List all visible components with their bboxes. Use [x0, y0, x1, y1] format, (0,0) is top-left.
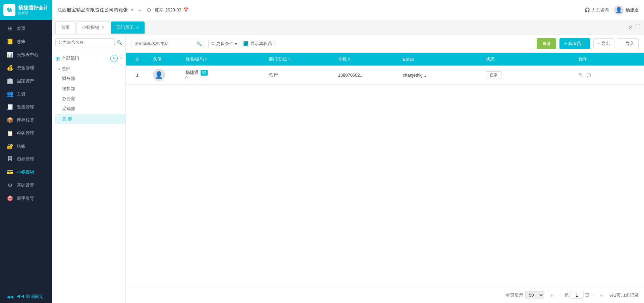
edit-employee-button[interactable]: ✎ — [579, 72, 583, 78]
add-employee-button[interactable]: + 新增员工 — [559, 38, 590, 49]
add-company-button[interactable]: ＋ — [137, 6, 143, 14]
edit-dept-button[interactable]: ✎ — [110, 55, 118, 62]
filter-dropdown-icon: ▾ — [235, 41, 237, 46]
sidebar-item-salary[interactable]: 👥 工资 — [0, 87, 52, 100]
tab-home[interactable]: 首页 — [55, 21, 75, 34]
logout-employee-button[interactable]: ⬡ — [586, 72, 591, 78]
sidebar-item-assets[interactable]: 🏢 固定资产 — [0, 74, 52, 87]
close-tab-icon[interactable]: ✕ — [628, 24, 633, 31]
col-action: 操作 — [575, 53, 644, 66]
user-menu[interactable]: 👤 畅捷通 — [614, 5, 639, 15]
tab-expense[interactable]: 小畅报销 ✕ — [76, 21, 110, 34]
tab-dept-close[interactable]: ✕ — [136, 25, 139, 30]
assets-icon: 🏢 — [7, 78, 13, 84]
pagination: 每页显示 10 20 50 100 ⏮ ‹ 第 页 › ⏭ — [126, 287, 644, 303]
pin-sidebar-button[interactable]: ◀◀ ◀◀ 取消固定 — [0, 290, 52, 303]
dept-search-area: 🔍 — [52, 35, 125, 50]
dept-item-finance[interactable]: 财务部 — [55, 74, 125, 84]
page-di-label: 第 — [565, 292, 569, 298]
employee-search-icon[interactable]: 🔍 — [197, 41, 202, 46]
settings-gear-icon[interactable]: ⚙ — [146, 6, 152, 14]
tabs-controls: ✕ ⛶ — [628, 24, 641, 31]
salary-icon: 👥 — [7, 91, 13, 97]
toolbar-right: 邀请 + 新增员工 ↑ 导出 ↓ 导入 — [537, 38, 639, 49]
grid-icon: ⊞ — [55, 55, 60, 62]
next-page-button[interactable]: › — [591, 292, 596, 299]
app-logo-text: 畅捷通好会计 旗舰版 — [18, 5, 48, 15]
action-buttons: ✎ ⬡ — [579, 72, 640, 78]
row-name-cell: 畅捷通 部 0 — [181, 66, 265, 85]
sidebar-nav: ⊞ 首页 📒 总账 📊 云报表中心 💰 资金管理 🏢 固定资产 👥 工资 🧾 发… — [0, 20, 52, 290]
reports-icon: 📊 — [7, 51, 13, 58]
first-page-button[interactable]: ⏮ — [547, 292, 556, 299]
company-dropdown-icon[interactable]: ▾ — [131, 7, 133, 12]
col-phone[interactable]: 手机 — [334, 53, 399, 66]
dept-item-purchase[interactable]: 采购部 — [55, 104, 125, 114]
col-avatar: 头像 — [149, 53, 181, 66]
last-page-button[interactable]: ⏭ — [597, 292, 606, 299]
page-unit: 页 — [585, 292, 589, 298]
dept-item-sales[interactable]: 销售部 — [55, 84, 125, 94]
import-icon: ↓ — [622, 41, 625, 46]
page-size-select[interactable]: 10 20 50 100 — [525, 291, 544, 299]
sidebar-item-capital[interactable]: 💰 资金管理 — [0, 61, 52, 74]
import-button[interactable]: ↓ 导入 — [618, 38, 639, 49]
employee-search-input[interactable] — [134, 41, 195, 46]
page-number-input[interactable] — [570, 292, 584, 299]
employee-name: 畅捷通 — [185, 70, 199, 76]
sidebar-item-close[interactable]: 🔐 结账 — [0, 140, 52, 153]
prev-page-button[interactable]: ‹ — [557, 292, 563, 299]
page-size-label: 每页显示 — [506, 292, 523, 298]
employee-toolbar: 🔍 ▽ 更多条件 ▾ 显示离职员工 邀请 + 新增员工 — [126, 35, 644, 53]
filter-icon: ▽ — [211, 41, 215, 46]
sidebar-item-home[interactable]: ⊞ 首页 — [0, 22, 52, 35]
col-settings[interactable]: ⚙ — [126, 53, 149, 66]
employee-code: 0 — [185, 76, 261, 80]
col-dept[interactable]: 部门/职位 — [265, 53, 334, 66]
col-name[interactable]: 姓名/编码 — [181, 53, 265, 66]
sidebar-item-archive[interactable]: 🗄 归档管理 — [0, 153, 52, 166]
invite-button[interactable]: 邀请 — [537, 38, 556, 49]
sidebar-item-ledger[interactable]: 📒 总账 — [0, 35, 52, 48]
status-badge: 正常 — [486, 71, 501, 79]
app-logo-icon: 畅 — [3, 4, 15, 16]
sidebar-item-settings[interactable]: ⚙ 基础设置 — [0, 179, 52, 192]
dept-group-general: 总部 财务部 销售部 办公室 采购部 总 部 — [55, 64, 125, 124]
dept-search-icon[interactable]: 🔍 — [117, 40, 122, 45]
col-status: 状态 — [482, 53, 575, 66]
main-area: 江西服宝精品有限责任公司内账张 ▾ ＋ ⚙ 账期 2023-03 📅 🎧 人工咨… — [52, 0, 644, 303]
row-action-cell: ✎ ⬡ — [575, 66, 644, 85]
all-dept-label[interactable]: 全部部门 — [62, 55, 79, 61]
support-button[interactable]: 🎧 人工咨询 — [585, 7, 609, 13]
sidebar-item-tax[interactable]: 📋 税务管理 — [0, 127, 52, 140]
dept-tag: 部 — [201, 70, 208, 76]
employee-search-wrap: 🔍 — [131, 40, 205, 48]
company-name: 江西服宝精品有限责任公司内账张 — [57, 7, 128, 13]
tab-dept[interactable]: 部门员工 ✕ — [111, 21, 145, 34]
dept-group-title[interactable]: 总部 — [55, 64, 125, 74]
export-button[interactable]: ↑ 导出 — [593, 38, 614, 49]
collapse-dept-icon[interactable]: « — [120, 55, 122, 62]
table-row: 1 👤 畅捷通 部 0 总 部 — [126, 66, 644, 85]
headset-icon: 🎧 — [585, 7, 590, 12]
dept-item-office[interactable]: 办公室 — [55, 94, 125, 104]
calendar-icon[interactable]: 📅 — [183, 7, 189, 12]
sidebar-item-guide[interactable]: 🎯 新手引导 — [0, 192, 52, 205]
topbar: 江西服宝精品有限责任公司内账张 ▾ ＋ ⚙ 账期 2023-03 📅 🎧 人工咨… — [52, 0, 644, 20]
tax-icon: 📋 — [7, 130, 13, 136]
filter-button[interactable]: ▽ 更多条件 ▾ — [208, 39, 240, 48]
sidebar-item-expense[interactable]: 💳 小畅报销 — [0, 166, 52, 179]
expand-tab-icon[interactable]: ⛶ — [635, 24, 641, 31]
sidebar-item-invoice[interactable]: 🧾 发票管理 — [0, 100, 52, 114]
sidebar-item-reports[interactable]: 📊 云报表中心 — [0, 48, 52, 61]
tab-expense-close[interactable]: ✕ — [101, 25, 105, 30]
show-resign-checkbox[interactable] — [244, 41, 248, 46]
invoice-icon: 🧾 — [7, 104, 13, 110]
topbar-right: 🎧 人工咨询 👤 畅捷通 — [585, 5, 639, 15]
sidebar-item-inventory[interactable]: 📦 库存核算 — [0, 114, 52, 127]
avatar: 👤 — [153, 69, 165, 81]
dept-search-input[interactable] — [55, 38, 115, 46]
dept-item-general[interactable]: 总 部 — [55, 114, 125, 124]
period-label: 账期 2023-03 📅 — [155, 7, 189, 13]
row-avatar-cell: 👤 — [149, 66, 181, 85]
